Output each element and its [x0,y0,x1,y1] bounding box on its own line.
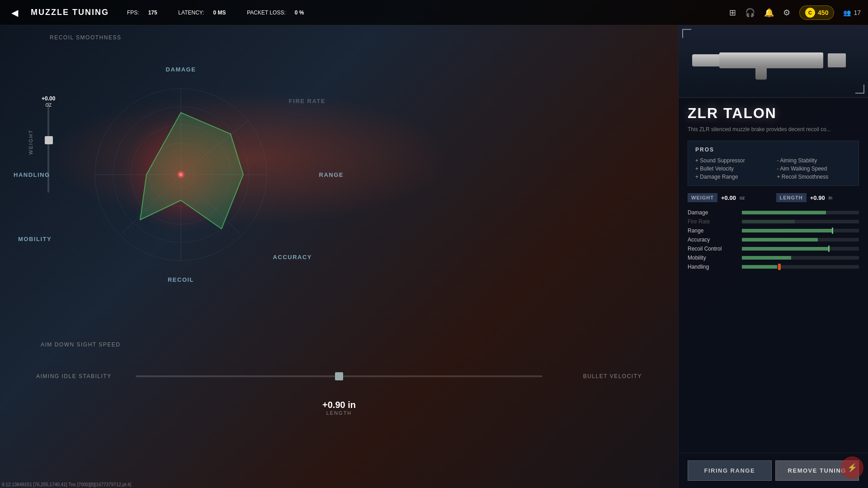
debug-info: 9.12.13849151 [76,255,1740,41] Tnc [7000… [0,482,133,487]
length-display: +0.90 in LENGTH [322,400,356,416]
weapon-info: ZLR TALON This ZLR silenced muzzle brake… [679,98,868,453]
radar-range-label: RANGE [319,171,344,178]
horizontal-slider-thumb[interactable] [335,372,343,380]
friends-display: 👥 17 [843,9,861,16]
stat-row-recoil: Recoil Control [688,246,859,252]
slider-row-2: AIMING IDLE STABILITY BULLET VELOCITY [36,373,642,379]
stat-fill-handling [742,265,777,269]
grid-icon[interactable]: ⊞ [729,8,736,18]
weight-tuning-unit: oz [740,195,745,200]
stat-row-fire-rate: Fire Rate [688,218,859,225]
friends-count: 17 [854,9,861,16]
stat-name-mobility: Mobility [688,255,737,261]
pros-section: PROS + Sound Suppressor - Aiming Stabili… [688,141,859,186]
stat-bar-range [742,229,859,232]
con-item-2: - Aim Walking Speed [777,166,852,172]
preview-corner-br [855,85,864,94]
pro-item-2: + Bullet Velocity [695,166,770,172]
radar-recoil-label: RECOIL [168,276,194,283]
tuning-values: WEIGHT +0.00 oz LENGTH +0.90 in [688,193,859,202]
stat-bar-fire-rate [742,220,859,223]
radar-chart: DAMAGE FIRE RATE RANGE ACCURACY RECOIL M… [23,62,339,288]
stat-bar-accuracy [742,238,859,242]
aiming-stability-label: AIMING IDLE STABILITY [36,373,127,379]
stat-name-accuracy: Accuracy [688,237,737,243]
weapon-suppressor [692,54,722,66]
weapon-image [710,48,837,75]
watermark: ⚡ [841,456,863,479]
back-button[interactable]: ◀ [7,5,22,20]
stats-section: Damage Fire Rate Range [688,209,859,270]
radar-damage-label: DAMAGE [166,66,196,73]
friends-icon: 👥 [843,9,851,16]
stat-row-handling: Handling [688,264,859,270]
ads-speed-label: AIM DOWN SIGHT SPEED [41,341,120,348]
preview-corner-tl [682,29,691,38]
packet-loss-value: 0 % [295,9,304,16]
stat-fill-fire-rate [742,220,795,223]
length-tuning-value: +0.90 [810,194,825,201]
length-value: +0.90 in [322,400,356,410]
bottom-buttons: FIRING RANGE REMOVE TUNING [679,453,868,488]
firing-range-button[interactable]: FIRING RANGE [688,460,772,481]
con-item-1: - Aiming Stability [777,157,852,164]
weapon-name: ZLR TALON [688,105,859,122]
radar-handling-label: HANDLING [14,171,50,178]
pros-grid: + Sound Suppressor - Aiming Stability + … [695,157,851,180]
stat-fill-range [742,229,833,232]
left-panel: RECOIL SMOOTHNESS +0.00 OZ WEIGHT DAMAGE… [0,25,678,488]
notification-icon[interactable]: 🔔 [764,8,774,18]
currency-display: C 450 [799,5,834,20]
weapon-stock [828,53,846,67]
weight-tuning-value: +0.00 [721,194,736,201]
handling-penalty-marker [778,264,781,270]
main-content: RECOIL SMOOTHNESS +0.00 OZ WEIGHT DAMAGE… [0,25,868,488]
pros-title: PROS [695,147,851,153]
length-tuning-label: LENGTH [776,193,807,202]
stat-fill-accuracy [742,238,818,242]
stat-bar-recoil [742,247,859,251]
stat-bar-damage [742,211,859,214]
bottom-sliders-area: AIMING IDLE STABILITY BULLET VELOCITY [36,373,642,389]
length-label: LENGTH [322,410,356,416]
length-tuning-unit: in [829,195,833,200]
recoil-smoothness-label: RECOIL SMOOTHNESS [50,34,121,41]
watermark-icon: ⚡ [841,456,863,479]
stat-row-accuracy: Accuracy [688,237,859,243]
length-tuning-box: LENGTH +0.90 in [776,193,859,202]
stat-name-range: Range [688,227,737,234]
stat-name-fire-rate: Fire Rate [688,218,737,225]
stat-name-handling: Handling [688,264,737,270]
weapon-grip [755,66,767,80]
weapon-description: This ZLR silenced muzzle brake provides … [688,125,859,133]
topbar-right: ⊞ 🎧 🔔 ⚙ C 450 👥 17 [729,5,861,20]
pro-item-3: + Damage Range [695,174,770,180]
weight-tuning-box: WEIGHT +0.00 oz [688,193,771,202]
bullet-velocity-label: BULLET VELOCITY [552,373,642,379]
pro-item-4: + Recoil Smoothness [777,174,852,180]
pro-item-1: + Sound Suppressor [695,157,770,164]
stat-bar-handling [742,265,859,269]
currency-value: 450 [818,9,828,16]
performance-stats: FPS: 175 LATENCY: 0 MS PACKET LOSS: 0 % [127,9,304,16]
svg-point-15 [179,173,183,176]
stat-name-recoil: Recoil Control [688,246,737,252]
weapon-body [719,52,823,68]
settings-icon[interactable]: ⚙ [783,8,790,18]
stat-row-range: Range [688,227,859,234]
horizontal-slider-track[interactable] [136,375,542,377]
latency-value: 0 MS [213,9,226,16]
latency-label: LATENCY: [178,9,204,16]
right-panel: ZLR TALON This ZLR silenced muzzle brake… [678,25,868,488]
weight-tuning-label: WEIGHT [688,193,717,202]
stat-fill-recoil [742,247,830,251]
topbar: ◀ MUZZLE TUNING FPS: 175 LATENCY: 0 MS P… [0,0,868,25]
stat-fill-mobility [742,256,791,260]
fps-label: FPS: [127,9,139,16]
stat-fill-damage [742,211,826,214]
stat-bar-mobility [742,256,859,260]
fps-value: 175 [148,9,157,16]
stat-row-damage: Damage [688,209,859,216]
headset-icon[interactable]: 🎧 [745,8,755,18]
weapon-preview [679,25,868,98]
